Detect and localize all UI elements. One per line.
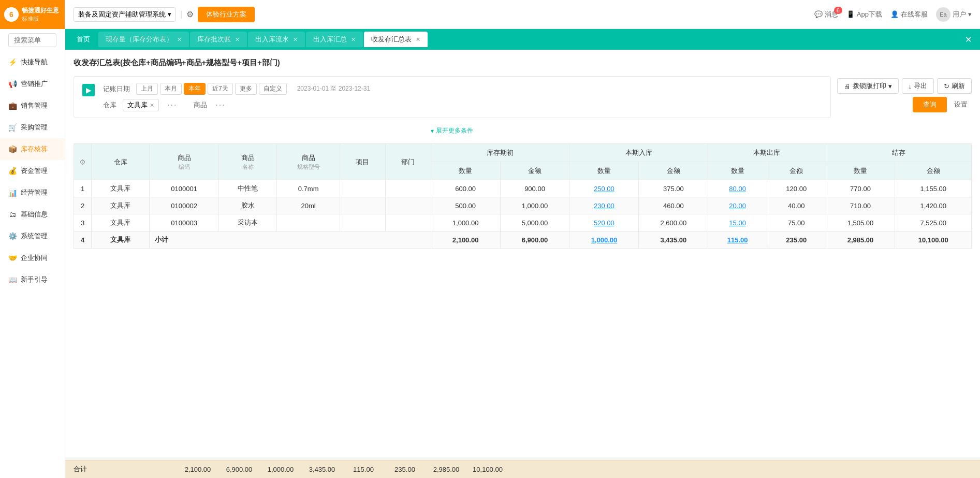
goods-more-dots[interactable]: ··· xyxy=(213,100,227,110)
refresh-icon: ↻ xyxy=(944,82,949,90)
filter-fields: 记账日期 上月 本月 本年 近7天 更多 自定义 2023-01-01 至 20… xyxy=(103,83,822,111)
sidebar-item-operation[interactable]: 📊 经营管理 xyxy=(0,182,65,204)
tab-home[interactable]: 首页 xyxy=(69,32,97,47)
online-service-button[interactable]: 👤 在线客服 xyxy=(890,10,928,19)
date-btn-last-month[interactable]: 上月 xyxy=(136,83,158,95)
user-menu[interactable]: Ea 用户 ▾ xyxy=(936,7,972,22)
cell-in-qty[interactable]: 520.00 xyxy=(569,214,639,231)
query-button[interactable]: 查询 xyxy=(913,97,947,112)
th-balance-group: 结存 xyxy=(826,144,971,162)
sidebar-item-label: 快捷导航 xyxy=(21,57,48,67)
cell-in-qty[interactable]: 250.00 xyxy=(569,180,639,197)
tab-bar-close-all[interactable]: ✕ xyxy=(961,33,976,47)
filter-bar-wrapper: ▶ 记账日期 上月 本月 本年 近7天 更多 自定义 xyxy=(74,76,831,137)
cell-out-amt: 120.00 xyxy=(767,180,826,197)
cell-opening-qty: 500.00 xyxy=(431,197,500,214)
cell-goods-spec: 0.7mm xyxy=(277,180,340,197)
date-btn-custom[interactable]: 自定义 xyxy=(259,83,287,95)
table-row: 3 文具库 0100003 采访本 1,000.00 5,000.00 520.… xyxy=(74,214,972,231)
tab-summary-out-label: 出入库汇总 xyxy=(313,35,347,44)
cell-in-amt: 460.00 xyxy=(639,197,708,214)
tab-batch-close[interactable]: ✕ xyxy=(235,36,240,43)
collab-icon: 🤝 xyxy=(8,254,17,262)
warehouse-tag-close[interactable]: ✕ xyxy=(150,102,154,109)
cell-out-qty[interactable]: 80.00 xyxy=(708,180,767,197)
app-download-button[interactable]: 📱 App下载 xyxy=(846,10,882,19)
tab-flow-close[interactable]: ✕ xyxy=(293,36,298,43)
cell-warehouse: 文具库 xyxy=(92,214,150,231)
cell-out-amt: 75.00 xyxy=(767,214,826,231)
sidebar-item-system[interactable]: ⚙️ 系统管理 xyxy=(0,225,65,247)
date-filter-label: 记账日期 xyxy=(103,84,130,94)
cell-goods-code: 0100002 xyxy=(150,197,219,214)
th-opening-group: 库存期初 xyxy=(431,144,569,162)
purchase-icon: 🛒 xyxy=(8,123,17,132)
cell-goods-name: 采访本 xyxy=(219,214,277,231)
sidebar-item-inventory[interactable]: 📦 库存核算 xyxy=(0,138,65,160)
tab-inventory-dist-close[interactable]: ✕ xyxy=(177,36,182,43)
sidebar-item-label: 销售管理 xyxy=(21,101,48,110)
sidebar: 6 畅捷通好生意 标准版 ⚡ 快捷导航 📢 营销推广 💼 销售管理 🛒 采购管理… xyxy=(0,0,65,478)
header-right: 💬 消息 6 📱 App下载 👤 在线客服 Ea 用户 ▾ xyxy=(814,7,972,22)
expand-more-btn[interactable]: ▾ 展开更多条件 xyxy=(74,124,831,137)
table-container: ⚙ 仓库 商品编码 商品名称 商品规格型号 项目 部门 库存期初 本期入库 本期… xyxy=(74,143,972,249)
sidebar-item-label: 系统管理 xyxy=(21,231,48,241)
tab-summary-out-close[interactable]: ✕ xyxy=(351,36,356,43)
sidebar-item-purchase[interactable]: 🛒 采购管理 xyxy=(0,117,65,138)
total-values: 2,100.00 6,900.00 1,000.00 3,435.00 115.… xyxy=(177,466,972,473)
th-settings: ⚙ xyxy=(74,144,92,180)
sidebar-item-search[interactable] xyxy=(0,29,65,51)
table-gear-icon[interactable]: ⚙ xyxy=(79,158,86,166)
operation-icon: 📊 xyxy=(8,189,17,197)
sidebar-item-finance[interactable]: 💰 资金管理 xyxy=(0,160,65,182)
date-btn-this-month[interactable]: 本月 xyxy=(160,83,182,95)
system-selector[interactable]: 装备及固定资产辅助管理系统 ▾ xyxy=(74,7,176,22)
sidebar-item-base[interactable]: 🗂 基础信息 xyxy=(0,204,65,225)
cell-opening-qty: 1,000.00 xyxy=(431,214,500,231)
date-btn-7days[interactable]: 近7天 xyxy=(208,83,233,95)
sidebar-item-sales[interactable]: 💼 销售管理 xyxy=(0,95,65,117)
export-button[interactable]: ↓ 导出 xyxy=(902,78,934,94)
print-button[interactable]: 🖨 拨锁版打印 ▾ xyxy=(837,78,899,94)
cell-out-qty[interactable]: 15.00 xyxy=(708,214,767,231)
tab-inventory-dist[interactable]: 现存量（库存分布表） ✕ xyxy=(98,32,189,47)
sidebar-item-guide[interactable]: 📖 新手引导 xyxy=(0,269,65,291)
filter-toggle-btn[interactable]: ▶ xyxy=(82,84,95,96)
cell-project xyxy=(340,180,385,197)
th-period-out-group: 本期出库 xyxy=(708,144,826,162)
date-btn-this-year[interactable]: 本年 xyxy=(184,83,206,95)
try-button[interactable]: 体验行业方案 xyxy=(198,7,255,22)
cell-balance-amt: 1,155.00 xyxy=(895,180,972,197)
cell-opening-amt: 5,000.00 xyxy=(500,214,569,231)
settings-link[interactable]: 设置 xyxy=(950,97,972,112)
base-icon: 🗂 xyxy=(8,210,17,219)
cell-in-qty[interactable]: 230.00 xyxy=(569,197,639,214)
warehouse-more-dots[interactable]: ··· xyxy=(165,100,179,110)
refresh-button[interactable]: ↻ 刷新 xyxy=(937,78,972,94)
cell-opening-amt: 900.00 xyxy=(500,180,569,197)
cell-in-amt: 2,600.00 xyxy=(639,214,708,231)
sidebar-item-label: 营销推广 xyxy=(21,79,48,89)
sidebar-item-quick[interactable]: ⚡ 快捷导航 xyxy=(0,51,65,73)
cell-out-qty[interactable]: 20.00 xyxy=(708,197,767,214)
th-goods-code: 商品编码 xyxy=(150,144,219,180)
search-input[interactable] xyxy=(8,33,56,47)
tab-recv-summary-close[interactable]: ✕ xyxy=(416,36,420,43)
gear-settings-icon[interactable]: ⚙ xyxy=(186,9,194,19)
warehouse-tag: 文具库 ✕ xyxy=(123,99,159,111)
th-dept: 部门 xyxy=(385,144,431,180)
tab-summary-out[interactable]: 出入库汇总 ✕ xyxy=(306,32,363,47)
footer-total: 合计 2,100.00 6,900.00 1,000.00 3,435.00 1… xyxy=(65,460,980,478)
sidebar-item-collab[interactable]: 🤝 企业协同 xyxy=(0,247,65,269)
cell-goods-name: 胶水 xyxy=(219,197,277,214)
tab-recv-summary[interactable]: 收发存汇总表 ✕ xyxy=(364,32,428,47)
cell-project xyxy=(340,214,385,231)
date-btn-more[interactable]: 更多 xyxy=(235,83,257,95)
tab-batch[interactable]: 库存批次账 ✕ xyxy=(190,32,247,47)
th-goods-spec: 商品规格型号 xyxy=(277,144,340,180)
tab-flow[interactable]: 出入库流水 ✕ xyxy=(248,32,305,47)
sidebar-item-marketing[interactable]: 📢 营销推广 xyxy=(0,73,65,95)
user-chevron-icon: ▾ xyxy=(968,10,972,18)
total-out-qty: 115.00 xyxy=(343,466,384,473)
message-button[interactable]: 💬 消息 6 xyxy=(814,10,838,19)
